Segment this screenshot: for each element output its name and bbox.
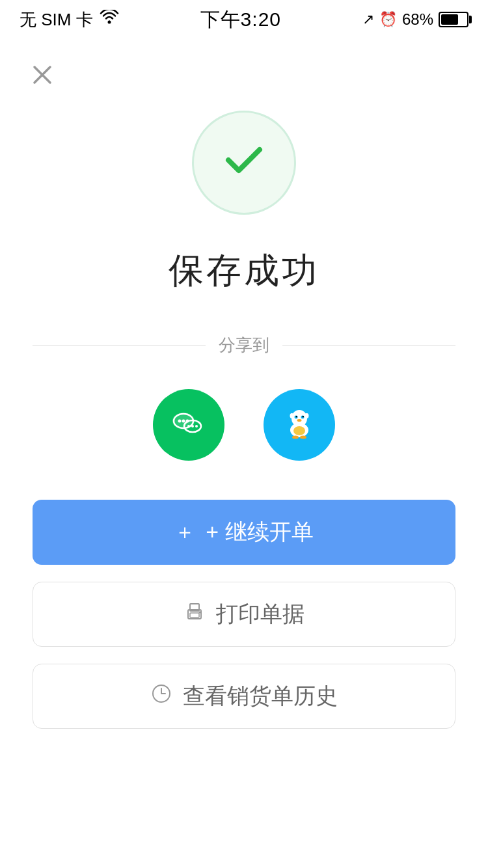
print-icon xyxy=(183,601,206,628)
history-button[interactable]: 查看销货单历史 xyxy=(33,664,455,729)
svg-point-18 xyxy=(297,419,302,422)
battery-icon xyxy=(439,12,468,27)
wifi-icon xyxy=(100,10,119,30)
status-right: ↗ ⏰ 68% xyxy=(362,10,468,29)
history-icon xyxy=(150,683,172,710)
share-label: 分享到 xyxy=(219,334,269,357)
share-section: 分享到 xyxy=(33,334,455,461)
svg-point-27 xyxy=(199,612,201,614)
qq-icon xyxy=(280,404,319,446)
share-icons xyxy=(33,389,455,461)
share-divider: 分享到 xyxy=(33,334,455,357)
success-circle xyxy=(192,111,296,215)
status-time: 下午3:20 xyxy=(200,7,281,33)
svg-point-5 xyxy=(178,420,182,423)
success-title: 保存成功 xyxy=(169,247,319,295)
location-icon: ↗ xyxy=(362,11,374,28)
wechat-share-button[interactable] xyxy=(153,389,224,461)
plus-icon: ＋ xyxy=(174,518,195,547)
close-area xyxy=(0,39,488,98)
svg-point-9 xyxy=(187,425,190,427)
checkmark-icon xyxy=(218,133,270,193)
svg-point-21 xyxy=(293,426,305,435)
print-label: 打印单据 xyxy=(216,599,305,629)
status-left: 无 SIM 卡 xyxy=(20,8,119,31)
svg-point-19 xyxy=(290,413,294,418)
battery-percent: 68% xyxy=(402,10,433,29)
svg-point-16 xyxy=(296,416,297,417)
svg-point-11 xyxy=(195,425,198,427)
svg-point-6 xyxy=(182,420,185,423)
status-bar: 无 SIM 卡 下午3:20 ↗ ⏰ 68% xyxy=(0,0,488,39)
action-buttons: ＋ + 继续开单 打印单据 查看销货单历史 xyxy=(33,500,455,755)
print-button[interactable]: 打印单据 xyxy=(33,582,455,647)
sim-status: 无 SIM 卡 xyxy=(20,8,93,31)
continue-button[interactable]: ＋ + 继续开单 xyxy=(33,500,455,565)
main-content: 保存成功 分享到 xyxy=(0,98,488,868)
svg-point-0 xyxy=(107,20,111,23)
svg-point-17 xyxy=(303,416,304,417)
wechat-icon xyxy=(169,404,208,446)
close-button[interactable] xyxy=(26,59,59,91)
svg-point-23 xyxy=(300,436,306,439)
svg-rect-26 xyxy=(190,613,199,617)
divider-line-left xyxy=(33,345,206,346)
svg-point-10 xyxy=(191,425,194,427)
divider-line-right xyxy=(282,345,455,346)
svg-point-20 xyxy=(305,413,309,418)
qq-share-button[interactable] xyxy=(264,389,335,461)
history-label: 查看销货单历史 xyxy=(183,681,338,711)
continue-label: + 继续开单 xyxy=(206,517,313,547)
alarm-icon: ⏰ xyxy=(379,11,397,28)
svg-point-22 xyxy=(292,436,299,439)
